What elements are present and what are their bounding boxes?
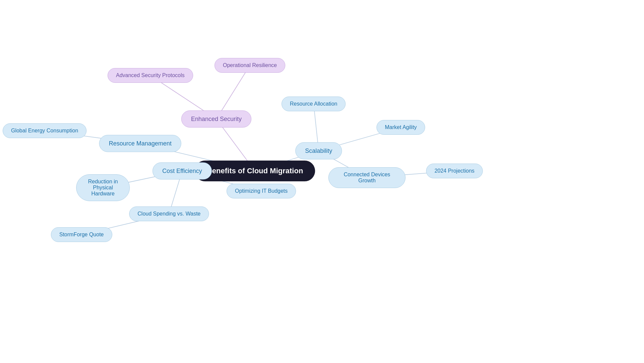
node-resource-allocation[interactable]: Resource Allocation [281,97,345,111]
advanced-security-protocols-label: Advanced Security Protocols [116,72,185,78]
operational-resilience-label: Operational Resilience [223,62,277,68]
node-stormforge-quote[interactable]: StormForge Quote [51,227,112,242]
market-agility-label: Market Agility [385,124,417,130]
node-operational-resilience[interactable]: Operational Resilience [215,58,285,73]
node-connected-devices-growth[interactable]: Connected Devices Growth [328,167,406,188]
resource-management-label: Resource Management [109,140,171,147]
center-label: Benefits of Cloud Migration [207,167,303,175]
node-cost-efficiency[interactable]: Cost Efficiency [153,163,212,180]
cloud-spending-label: Cloud Spending vs. Waste [138,211,201,217]
scalability-label: Scalability [305,147,332,155]
node-reduction-in-physical-hardware[interactable]: Reduction in Physical Hardware [76,174,130,201]
resource-allocation-label: Resource Allocation [290,101,337,107]
projections-label: 2024 Projections [434,168,474,174]
node-2024-projections[interactable]: 2024 Projections [426,164,483,178]
node-scalability[interactable]: Scalability [295,142,342,160]
global-energy-consumption-label: Global Energy Consumption [11,128,78,134]
stormforge-label: StormForge Quote [59,232,104,238]
optimizing-label: Optimizing IT Budgets [235,188,287,194]
node-enhanced-security[interactable]: Enhanced Security [181,111,251,128]
connected-devices-label: Connected Devices Growth [337,172,397,184]
cost-efficiency-label: Cost Efficiency [162,168,202,175]
node-cloud-spending-vs-waste[interactable]: Cloud Spending vs. Waste [129,206,209,221]
node-optimizing-it-budgets[interactable]: Optimizing IT Budgets [226,184,296,198]
node-advanced-security-protocols[interactable]: Advanced Security Protocols [108,68,193,83]
node-market-agility[interactable]: Market Agility [376,120,425,135]
enhanced-security-label: Enhanced Security [191,116,241,123]
node-resource-management[interactable]: Resource Management [99,135,181,152]
center-node[interactable]: Benefits of Cloud Migration [195,161,315,181]
node-global-energy-consumption[interactable]: Global Energy Consumption [3,123,87,138]
reduction-label: Reduction in Physical Hardware [85,179,121,197]
